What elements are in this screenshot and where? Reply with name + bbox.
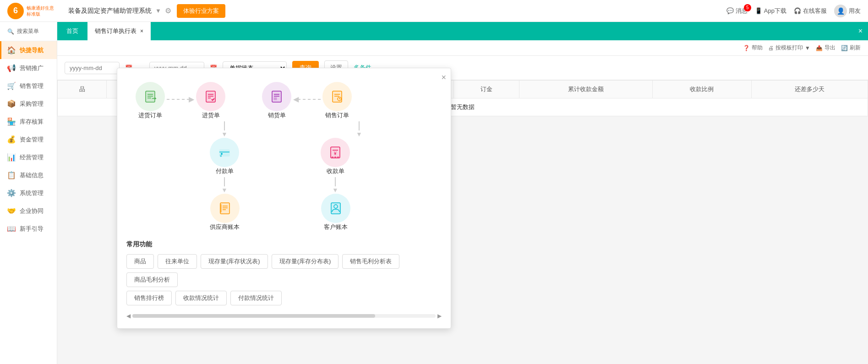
svg-rect-5 (206, 91, 215, 102)
common-btn-8[interactable]: 付款情况统计 (230, 291, 282, 305)
purchase-icon: 📦 (7, 99, 16, 108)
sales-bill-label: 销货单 (268, 111, 286, 120)
app-download-item[interactable]: 📱 App下载 (755, 7, 786, 15)
common-functions-title: 常用功能 (126, 240, 442, 249)
base-icon: 📋 (7, 171, 16, 179)
svg-rect-14 (274, 98, 277, 100)
tab-home[interactable]: 首页 (57, 22, 87, 40)
home-icon: 🏠 (7, 46, 16, 54)
flow-node-payment-bill[interactable]: ¥ 付款单 (210, 138, 239, 175)
flow-node-receipt-bill[interactable]: ¥ 收款单 (321, 138, 350, 175)
search-menu-button[interactable]: 🔍 搜索菜单 (4, 26, 53, 37)
sidebar-label-system: 系统管理 (20, 189, 44, 197)
common-btn-2[interactable]: 现存量(库存状况表) (201, 254, 268, 269)
sidebar-item-sales[interactable]: 🛒 销售管理 (0, 77, 57, 95)
sidebar-label-guide: 新手引导 (20, 225, 44, 233)
common-functions-section: 常用功能 商品 往来单位 现存量(库存状况表) 现存量(库存分布表) 销售毛利分… (126, 240, 442, 305)
tab-sales-order-exec[interactable]: 销售订单执行表 × (87, 22, 151, 40)
content-area: 首页 销售订单执行表 × × ❓ 帮助 🖨 (57, 22, 868, 364)
sidebar-label-base: 基础信息 (20, 171, 44, 179)
headset-icon: 🎧 (794, 7, 801, 14)
sidebar-label-operations: 经营管理 (20, 153, 44, 162)
sidebar-item-marketing[interactable]: 📢 营销推广 (0, 59, 57, 77)
popup-scrollbar: ◀ ▶ (126, 313, 442, 319)
logo-icon: 6 (7, 3, 24, 19)
flow-node-sales-order[interactable]: 销售订单 (322, 82, 352, 120)
close-content-icon[interactable]: × (858, 27, 868, 35)
arrow-purchase-to-bill: ▶ (167, 95, 194, 103)
common-btn-6[interactable]: 销售排行榜 (126, 291, 172, 305)
common-btn-5[interactable]: 商品毛利分析 (126, 272, 178, 287)
message-badge: 5 (744, 4, 751, 11)
svg-rect-0 (146, 91, 155, 102)
payment-bill-label: 付款单 (216, 167, 234, 175)
trial-button[interactable]: 体验行业方案 (177, 4, 225, 18)
sidebar-item-system[interactable]: ⚙️ 系统管理 (0, 184, 57, 202)
operations-icon: 📊 (7, 153, 16, 162)
common-btn-0[interactable]: 商品 (126, 254, 154, 269)
settings-icon[interactable]: ⚙ (165, 6, 171, 15)
sidebar-label-enterprise: 企业协同 (20, 207, 44, 215)
dropdown-icon[interactable]: ▼ (155, 7, 161, 14)
receipt-bill-label: 收款单 (327, 167, 344, 175)
logo-text: 畅康通好生意 标准版 (27, 5, 54, 17)
common-btn-4[interactable]: 销售毛利分析表 (342, 254, 399, 269)
app-download-label: App下载 (764, 7, 786, 15)
search-icon: 🔍 (7, 28, 14, 35)
online-service-label: 在线客服 (803, 7, 827, 15)
v-arrow-receipt: ▼ (321, 177, 350, 194)
sidebar-item-finance[interactable]: 💰 资金管理 (0, 130, 57, 148)
marketing-icon: 📢 (7, 64, 16, 72)
common-btn-7[interactable]: 收款情况统计 (175, 291, 227, 305)
purchase-order-icon (136, 82, 165, 111)
sidebar: 🔍 搜索菜单 🏠 快捷导航 📢 营销推广 🛒 销售管理 📦 采购管理 (0, 22, 57, 364)
flow-node-customer-ledger[interactable]: 客户账本 (321, 194, 350, 231)
purchase-bill-icon (196, 82, 225, 111)
flow-node-sales-bill[interactable]: 销货单 (262, 82, 291, 120)
sidebar-item-enterprise[interactable]: 🤝 企业协同 (0, 202, 57, 220)
download-icon: 📱 (755, 7, 762, 14)
sidebar-item-base[interactable]: 📋 基础信息 (0, 166, 57, 184)
tab-close-icon[interactable]: × (140, 28, 143, 34)
logo-line2: 标准版 (27, 11, 54, 17)
payment-bill-icon: ¥ (210, 138, 239, 167)
message-item[interactable]: 💬 5 消息 (726, 7, 748, 15)
purchase-order-label: 进货订单 (138, 111, 162, 120)
v-arrow-payment: ▼ (210, 177, 239, 194)
common-buttons-container: 商品 往来单位 现存量(库存状况表) 现存量(库存分布表) 销售毛利分析表 商品… (126, 254, 442, 287)
top-right-area: 💬 5 消息 📱 App下载 🎧 在线客服 👤 用友 (726, 5, 861, 17)
flow-node-supplier-ledger[interactable]: 供应商账本 (210, 194, 240, 231)
sidebar-item-purchase[interactable]: 📦 采购管理 (0, 95, 57, 113)
page-content: ❓ 帮助 🖨 按模板打印 ▼ 📤 导出 🔄 刷新 (57, 40, 868, 364)
svg-text:¥: ¥ (219, 154, 222, 158)
tab-sales-label: 销售订单执行表 (95, 27, 136, 35)
sidebar-item-quick-nav[interactable]: 🏠 快捷导航 (0, 41, 57, 59)
system-icon: ⚙️ (7, 189, 16, 197)
sidebar-label-finance: 资金管理 (20, 136, 44, 144)
sales-icon: 🛒 (7, 81, 16, 90)
online-service-item[interactable]: 🎧 在线客服 (794, 7, 827, 15)
customer-ledger-label: 客户账本 (324, 223, 348, 231)
sidebar-item-guide[interactable]: 📖 新手引导 (0, 220, 57, 238)
svg-text:¥: ¥ (333, 151, 337, 156)
sidebar-item-operations[interactable]: 📊 经营管理 (0, 148, 57, 166)
sidebar-item-inventory[interactable]: 🏪 库存核算 (0, 113, 57, 130)
common-btn-3[interactable]: 现存量(库存分布表) (272, 254, 339, 269)
system-title: 装备及固定资产辅助管理系统 ▼ ⚙ (68, 6, 171, 15)
supplier-ledger-label: 供应商账本 (210, 223, 240, 231)
scroll-left-icon[interactable]: ◀ (126, 313, 131, 319)
common-btn-1[interactable]: 往来单位 (158, 254, 197, 269)
tab-bar: 首页 销售订单执行表 × × (57, 22, 868, 40)
row5: 供应商账本 (126, 194, 442, 231)
sidebar-label-quick-nav: 快捷导航 (20, 46, 44, 54)
flow-node-purchase-bill[interactable]: 进货单 (196, 82, 225, 120)
popup-close-button[interactable]: × (441, 73, 446, 82)
user-item[interactable]: 👤 用友 (834, 5, 861, 17)
enterprise-icon: 🤝 (7, 206, 16, 215)
flow-node-purchase-order[interactable]: 进货订单 (136, 82, 165, 120)
scrollbar-track[interactable] (132, 314, 436, 318)
user-avatar: 👤 (834, 5, 847, 17)
main-area: 🔍 搜索菜单 🏠 快捷导航 📢 营销推广 🛒 销售管理 📦 采购管理 (0, 22, 868, 364)
common-buttons-row2: 销售排行榜 收款情况统计 付款情况统计 (126, 291, 442, 305)
scroll-right-icon[interactable]: ▶ (437, 313, 442, 319)
